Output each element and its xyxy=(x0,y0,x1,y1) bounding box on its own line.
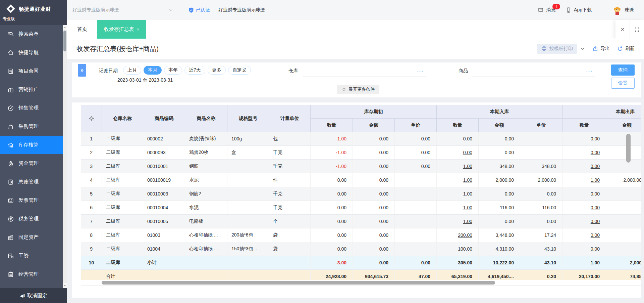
sidebar-item[interactable]: 总账管理 xyxy=(0,173,67,191)
cell-outbound-qty-link[interactable]: 0.00 xyxy=(562,201,606,215)
sub-header-amount[interactable]: 金额 xyxy=(353,119,395,132)
col-header-unit[interactable]: 计量单位 xyxy=(269,105,311,132)
table-row[interactable]: 8 二级库 01003 心相印抽纸 ... 200抽*6包 袋 0.00 0.0… xyxy=(81,228,642,242)
user-menu[interactable]: 珠珠 xyxy=(612,5,634,15)
table-row[interactable]: 5 二级库 00010003 钢筋2 千克 0.00 0.00 1.00 0.0… xyxy=(81,187,642,201)
date-option-pill[interactable]: 本月 xyxy=(144,66,162,75)
refresh-button[interactable]: 刷新 xyxy=(617,46,635,52)
date-option-pill[interactable]: 近7天 xyxy=(184,66,205,75)
sidebar-item[interactable]: 快捷导航 xyxy=(0,43,67,62)
cell-opening-qty: 0.00 xyxy=(311,173,353,187)
sidebar-item[interactable]: 搜索菜单 xyxy=(0,25,67,43)
sidebar-item[interactable]: 税务管理 xyxy=(0,210,67,228)
sidebar-item[interactable]: 项目合同 xyxy=(0,62,67,80)
cell-opening-price: 0.00 xyxy=(395,146,437,160)
cell-inbound-qty-link[interactable]: 1.00 xyxy=(437,215,479,228)
cell-inbound-qty-link[interactable]: 1.00 xyxy=(437,173,479,187)
cell-inbound-qty-link[interactable]: 305.00 xyxy=(437,256,479,270)
cell-outbound-qty-link[interactable]: 0.00 xyxy=(562,187,606,201)
col-header-spec[interactable]: 规格型号 xyxy=(227,105,269,132)
tab-home[interactable]: 首页 xyxy=(67,20,97,39)
collapse-filter-button[interactable]: » xyxy=(78,64,86,77)
cell-inbound-qty-link[interactable]: 1.00 xyxy=(437,160,479,173)
app-download-button[interactable]: App下载 xyxy=(566,7,592,13)
account-name: 好业财专业版演示帐套 xyxy=(218,7,265,13)
cell-inbound-qty-link[interactable]: 200.00 xyxy=(437,228,479,242)
sidebar-item[interactable]: 固定资产 xyxy=(0,228,67,247)
cell-opening-price: 0.00 xyxy=(395,160,437,173)
cell-outbound-qty-link[interactable]: 1.00 xyxy=(562,256,606,270)
sidebar-scrollbar-thumb[interactable] xyxy=(63,31,66,51)
table-row[interactable]: 3 二级库 00010001 钢筋 千克 -1.00 0.00 0.00 1.0… xyxy=(81,160,642,173)
product-input[interactable]: ··· xyxy=(472,67,595,77)
export-button[interactable]: 导出 xyxy=(592,46,610,52)
sub-header-price[interactable]: 单价 xyxy=(520,119,562,132)
table-row[interactable]: 10 二级库 小计 -3.00 0.00 0.00 305.00 10,222.… xyxy=(81,256,642,270)
horizontal-scrollbar[interactable] xyxy=(81,280,641,286)
sub-header-price[interactable]: 单价 xyxy=(395,119,437,132)
col-header-code[interactable]: 商品编码 xyxy=(143,105,185,132)
messages-button[interactable]: 消息 1 xyxy=(538,7,555,13)
date-option-pill[interactable]: 上月 xyxy=(123,66,141,75)
sub-header-qty[interactable]: 数量 xyxy=(562,119,606,132)
query-button[interactable]: 查询 xyxy=(611,64,635,76)
print-options-chevron-icon[interactable] xyxy=(580,46,585,51)
date-option-pill[interactable]: 本年 xyxy=(164,66,182,75)
horizontal-scrollbar-thumb[interactable] xyxy=(102,281,495,285)
sidebar-item[interactable]: 发票管理 xyxy=(0,191,67,210)
sub-header-amount[interactable]: 金额 xyxy=(606,119,642,132)
cell-outbound-qty-link[interactable]: 0.00 xyxy=(562,132,606,146)
table-row[interactable]: 2 二级库 0000093 鸡蛋20枚 盒 千克 -1.00 0.00 0.00… xyxy=(81,146,642,160)
cell-outbound-qty-link[interactable]: 0.00 xyxy=(562,146,606,160)
cell-inbound-qty-link[interactable]: 0.00 xyxy=(437,146,479,160)
sidebar-item[interactable]: 经营管理 xyxy=(0,265,67,284)
sidebar-item[interactable]: 库存核算 xyxy=(0,136,67,154)
warehouse-picker-icon[interactable]: ··· xyxy=(417,69,424,74)
fullscreen-button[interactable] xyxy=(630,20,644,39)
table-row[interactable]: 7 二级库 00010005 电路板 个 0.00 0.00 1.00 0.00… xyxy=(81,215,642,228)
date-option-pill[interactable]: 自定义 xyxy=(228,66,251,75)
sidebar-scrollbar[interactable]: ▲ ▼ xyxy=(63,25,67,288)
col-header-name[interactable]: 商品名称 xyxy=(185,105,227,132)
tab-close-icon[interactable]: × xyxy=(137,27,140,32)
window-controls: × xyxy=(615,20,644,39)
vertical-scrollbar-thumb[interactable] xyxy=(626,134,631,163)
total-cell xyxy=(81,270,102,280)
date-range-value[interactable]: 2023-03-01 至 2023-03-31 xyxy=(117,77,173,83)
print-by-template-button[interactable]: 按模板打印 xyxy=(537,44,577,54)
settings-button[interactable]: 设置 xyxy=(611,78,635,89)
sidebar-item[interactable]: 销售管理 xyxy=(0,99,67,117)
cell-outbound-qty-link[interactable]: 0.00 xyxy=(562,228,606,242)
close-button[interactable]: × xyxy=(615,20,630,39)
warehouse-input[interactable]: ··· xyxy=(303,67,426,77)
col-header-warehouse[interactable]: 仓库名称 xyxy=(102,105,143,132)
product-picker-icon[interactable]: ··· xyxy=(586,69,593,74)
scroll-down-icon[interactable]: ▼ xyxy=(63,283,67,288)
sidebar-item[interactable]: 营销推广 xyxy=(0,80,67,99)
expand-more-conditions-button[interactable]: 展开更多条件 xyxy=(337,85,379,94)
scroll-up-icon[interactable]: ▲ xyxy=(63,25,67,30)
account-selector[interactable]: 好业财专业版演示帐套 xyxy=(72,4,173,16)
cell-inbound-qty-link[interactable]: 1.00 xyxy=(437,201,479,215)
date-option-pill[interactable]: 更多 xyxy=(208,66,226,75)
sub-header-qty[interactable]: 数量 xyxy=(437,119,479,132)
cell-outbound-qty-link[interactable]: 0.00 xyxy=(562,160,606,173)
cell-inbound-qty-link[interactable]: 1.00 xyxy=(437,187,479,201)
sidebar-item[interactable]: 工资 xyxy=(0,247,67,265)
cell-inbound-qty-link[interactable]: 0.00 xyxy=(437,132,479,146)
cell-outbound-qty-link[interactable]: 0.00 xyxy=(562,215,606,228)
cell-outbound-qty-link[interactable]: 1.00 xyxy=(562,173,606,187)
sub-header-amount[interactable]: 金额 xyxy=(479,119,520,132)
table-row[interactable]: 1 二级库 000002 麦烧(香辣味) 100g 包 -1.00 0.00 0… xyxy=(81,132,642,146)
cell-outbound-qty-link[interactable]: 0.00 xyxy=(562,242,606,256)
sidebar-item[interactable]: 采购管理 xyxy=(0,117,67,136)
tab-report-active[interactable]: 收发存汇总表 × xyxy=(97,20,146,39)
table-row[interactable]: 4 二级库 000100019 水泥 件 0.00 0.00 1.00 2,00… xyxy=(81,173,642,187)
column-settings-button[interactable] xyxy=(81,105,102,132)
table-row[interactable]: 6 二级库 00010004 水泥 千克 0.00 0.00 1.00 116.… xyxy=(81,201,642,215)
cell-inbound-qty-link[interactable]: 100.00 xyxy=(437,242,479,256)
sidebar-item[interactable]: 资金管理 xyxy=(0,154,67,173)
table-row[interactable]: 9 二级库 01004 心相印抽纸 ... 150抽*3包... 袋 0.00 … xyxy=(81,242,642,256)
sub-header-qty[interactable]: 数量 xyxy=(311,119,353,132)
unpin-sidebar-button[interactable]: ◀‖ 取消固定 xyxy=(0,288,67,303)
